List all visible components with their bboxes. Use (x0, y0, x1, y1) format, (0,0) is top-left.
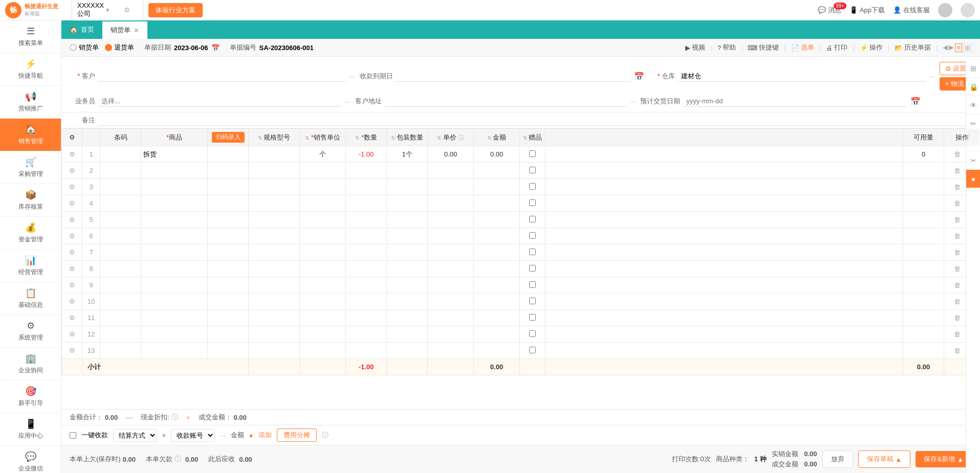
row-product[interactable] (141, 163, 208, 179)
row-delete-icon[interactable]: 🗑 (954, 167, 961, 174)
toolbar-help[interactable]: ? 帮助 (717, 43, 736, 52)
row-barcode[interactable] (100, 146, 141, 163)
next-icon[interactable]: ▶ (949, 43, 954, 52)
total-due-help[interactable]: ⓘ (175, 455, 181, 464)
toolbar-video[interactable]: ▶ 视频 (685, 43, 705, 52)
row-qty[interactable] (346, 228, 387, 244)
row-price[interactable] (428, 277, 474, 294)
message-button[interactable]: 💬 消息 99+ (818, 6, 841, 15)
row-price[interactable] (428, 195, 474, 212)
row-amount[interactable] (474, 244, 520, 261)
layout-grid-icon[interactable]: ⊞ (963, 43, 972, 52)
row-qty[interactable] (346, 294, 387, 310)
row-barcode[interactable] (100, 179, 141, 195)
row-spec[interactable] (249, 310, 300, 326)
row-pkg-qty[interactable] (387, 195, 428, 212)
row-product[interactable] (141, 212, 208, 228)
row-qty[interactable] (346, 261, 387, 277)
sidebar-item-apps[interactable]: 📱 应用中心 (0, 413, 61, 446)
online-service-button[interactable]: 👤 在线客服 (893, 6, 930, 15)
row-unit[interactable] (300, 244, 346, 261)
rp-eye-icon[interactable]: 👁 (966, 96, 980, 115)
sidebar-item-sales[interactable]: 🏠 销售管理 (0, 119, 61, 151)
customer-dots[interactable]: ··· (349, 73, 355, 80)
row-gift[interactable] (520, 326, 546, 343)
row-barcode[interactable] (100, 244, 141, 261)
row-unit[interactable] (300, 228, 346, 244)
fee-help-icon[interactable]: ⓘ (322, 431, 329, 440)
row-product[interactable] (141, 244, 208, 261)
calendar-icon[interactable]: 📅 (211, 44, 220, 52)
row-pkg-qty[interactable] (387, 244, 428, 261)
row-delete-icon[interactable]: 🗑 (954, 232, 961, 240)
row-spec[interactable] (249, 195, 300, 212)
row-delete-icon[interactable]: 🗑 (954, 314, 961, 322)
row-spec[interactable] (249, 244, 300, 261)
payment-due-input[interactable] (396, 71, 631, 82)
company-selector[interactable]: XXXXXX公司 ▾ ⚙ (72, 0, 143, 21)
warehouse-dots[interactable]: ··· (929, 73, 934, 80)
row-qty[interactable]: -1.00 (346, 146, 387, 163)
row-barcode[interactable] (100, 343, 141, 359)
row-price[interactable] (428, 163, 474, 179)
row-product[interactable] (141, 146, 208, 163)
row-gift[interactable] (520, 343, 546, 359)
app-download-button[interactable]: 📱 App下载 (850, 6, 885, 15)
row-unit[interactable]: 个 (300, 146, 346, 163)
row-spec[interactable] (249, 163, 300, 179)
delivery-date-input[interactable] (683, 96, 907, 107)
row-pkg-qty[interactable] (387, 343, 428, 359)
row-pkg-qty[interactable] (387, 261, 428, 277)
customer-addr-dots[interactable]: ··· (630, 98, 636, 105)
rp-table-icon[interactable]: ⊞ (966, 59, 980, 78)
row-price[interactable] (428, 244, 474, 261)
row-qty[interactable] (346, 212, 387, 228)
col-gear-icon[interactable]: ⚙ (69, 133, 75, 141)
row-spec[interactable] (249, 146, 300, 163)
row-amount[interactable] (474, 343, 520, 359)
toolbar-operate[interactable]: ⚡ 操作 (860, 43, 883, 52)
row-delete-icon[interactable]: 🗑 (954, 265, 961, 273)
row-product[interactable] (141, 294, 208, 310)
avatar[interactable] (938, 3, 952, 17)
salesman-dots[interactable]: ··· (344, 98, 350, 105)
row-product[interactable] (141, 326, 208, 343)
row-product[interactable] (141, 343, 208, 359)
row-qty[interactable] (346, 277, 387, 294)
row-price[interactable] (428, 212, 474, 228)
radio-sales[interactable]: 销货单 (70, 43, 99, 52)
row-gear[interactable]: ⚙ (62, 326, 82, 343)
row-gift[interactable] (520, 277, 546, 294)
row-gear[interactable]: ⚙ (62, 195, 82, 212)
row-delete-icon[interactable]: 🗑 (954, 150, 961, 158)
row-qty[interactable] (346, 163, 387, 179)
row-barcode[interactable] (100, 310, 141, 326)
fee-split-button[interactable]: 费用分摊 (277, 429, 317, 442)
row-amount[interactable] (474, 277, 520, 294)
row-gift[interactable] (520, 310, 546, 326)
row-delete-icon[interactable]: 🗑 (954, 298, 961, 305)
customer-addr-input[interactable] (385, 96, 627, 107)
radio-return[interactable]: 退货单 (105, 43, 134, 52)
row-barcode[interactable] (100, 163, 141, 179)
row-gear[interactable]: ⚙ (62, 310, 82, 326)
row-pkg-qty[interactable] (387, 294, 428, 310)
row-pkg-qty[interactable] (387, 310, 428, 326)
row-gear[interactable]: ⚙ (62, 277, 82, 294)
row-price[interactable] (428, 310, 474, 326)
row-gear[interactable]: ⚙ (62, 244, 82, 261)
row-spec[interactable] (249, 343, 300, 359)
one-click-checkbox[interactable] (70, 432, 76, 439)
toolbar-history[interactable]: 📂 历史单据 (895, 43, 931, 52)
row-product[interactable] (141, 179, 208, 195)
tab-home[interactable]: 🏠 首页 (61, 20, 102, 39)
sidebar-item-quick-nav[interactable]: ⚡ 快捷导航 (0, 53, 61, 86)
row-delete-icon[interactable]: 🗑 (954, 347, 961, 354)
row-unit[interactable] (300, 179, 346, 195)
rp-lock-icon[interactable]: 🔒 (966, 78, 980, 96)
row-delete-icon[interactable]: 🗑 (954, 183, 961, 191)
row-gift[interactable] (520, 294, 546, 310)
col-gear[interactable]: ⚙ (62, 129, 82, 146)
sidebar-item-finance[interactable]: 💰 资金管理 (0, 217, 61, 250)
row-unit[interactable] (300, 326, 346, 343)
